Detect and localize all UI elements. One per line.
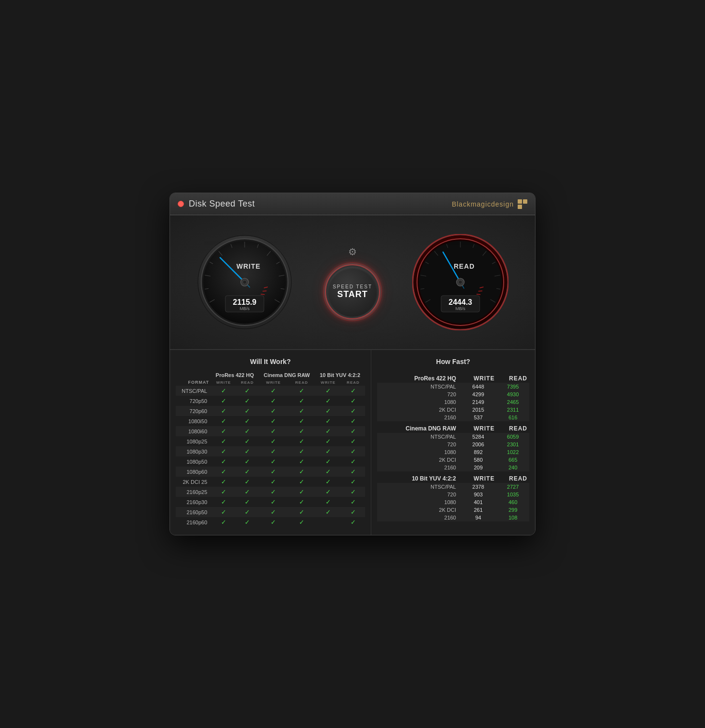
write-value: 2006 xyxy=(460,441,496,448)
check-mark: ✓ xyxy=(351,407,356,415)
check-cell: ✓ xyxy=(341,416,365,426)
gear-icon[interactable]: ⚙ xyxy=(348,246,357,258)
check-mark: ✓ xyxy=(271,387,276,394)
write-value: 6448 xyxy=(460,383,496,390)
write-value: 94 xyxy=(460,514,496,521)
bmd-sq-1 xyxy=(518,199,522,204)
list-item: 2160 209 240 xyxy=(377,464,529,471)
check-mark: ✓ xyxy=(245,438,250,445)
check-mark: ✓ xyxy=(351,397,356,404)
check-cell: ✓ xyxy=(315,426,341,436)
list-item: 1080 401 460 xyxy=(377,498,529,506)
list-item: 2160 537 616 xyxy=(377,414,529,421)
resolution-label: NTSC/PAL xyxy=(377,433,460,441)
app-window: Disk Speed Test Blackmagicdesign xyxy=(170,193,535,535)
check-cell: ✓ xyxy=(211,517,236,527)
check-mark: ✓ xyxy=(245,417,250,425)
read-value: 2301 xyxy=(496,441,529,448)
group-name: ProRes 422 HQ xyxy=(377,371,460,383)
format-cell: 720p60 xyxy=(176,406,211,416)
cdng-write-header: WRITE xyxy=(259,379,288,386)
check-cell: ✓ xyxy=(341,477,365,487)
start-button[interactable]: SPEED TEST START xyxy=(326,265,379,318)
check-mark: ✓ xyxy=(271,458,276,465)
read-value: 1022 xyxy=(496,448,529,456)
svg-text:WRITE: WRITE xyxy=(236,262,261,270)
table-row: 1080i50✓✓✓✓✓✓ xyxy=(176,416,365,426)
check-cell: ✓ xyxy=(211,396,236,406)
check-mark: ✓ xyxy=(271,407,276,415)
read-col-header: READ xyxy=(496,471,529,483)
check-cell: ✓ xyxy=(315,406,341,416)
read-col-header: READ xyxy=(496,421,529,433)
check-mark: ✓ xyxy=(326,428,331,435)
check-mark: ✓ xyxy=(299,468,304,475)
check-mark: ✓ xyxy=(245,428,250,435)
check-cell: ✓ xyxy=(341,507,365,517)
write-value: 4299 xyxy=(460,390,496,398)
check-cell: ✓ xyxy=(211,386,236,396)
check-cell: ✓ xyxy=(211,487,236,497)
check-cell: ✓ xyxy=(236,446,259,456)
check-cell: ✓ xyxy=(211,477,236,487)
check-cell: ✓ xyxy=(211,456,236,467)
read-gauge-container: READ 2444.3 MB/s xyxy=(412,234,509,330)
check-cell: ✓ xyxy=(288,416,315,426)
check-cell: ✓ xyxy=(288,477,315,487)
check-cell xyxy=(315,517,341,527)
list-item: 2K DCI 2015 2311 xyxy=(377,406,529,414)
write-col-header: WRITE xyxy=(460,421,496,433)
prores-header: ProRes 422 HQ xyxy=(211,371,259,379)
check-cell: ✓ xyxy=(288,396,315,406)
check-mark: ✓ xyxy=(326,448,331,455)
check-cell: ✓ xyxy=(341,517,365,527)
check-mark: ✓ xyxy=(245,448,250,455)
check-mark: ✓ xyxy=(299,458,304,465)
check-cell: ✓ xyxy=(236,487,259,497)
check-mark: ✓ xyxy=(271,478,276,485)
check-mark: ✓ xyxy=(326,458,331,465)
check-cell: ✓ xyxy=(236,497,259,507)
check-mark: ✓ xyxy=(245,407,250,415)
write-gauge-container: WRITE 2115.9 MB/s xyxy=(196,234,293,330)
read-value: 4930 xyxy=(496,390,529,398)
list-item: NTSC/PAL 5284 6059 xyxy=(377,433,529,441)
table-row: 720p50✓✓✓✓✓✓ xyxy=(176,396,365,406)
check-mark: ✓ xyxy=(326,407,331,415)
check-cell: ✓ xyxy=(259,396,288,406)
check-mark: ✓ xyxy=(245,488,250,495)
check-cell: ✓ xyxy=(236,477,259,487)
check-mark: ✓ xyxy=(351,438,356,445)
write-col-header: WRITE xyxy=(460,371,496,383)
format-cell: 1080p30 xyxy=(176,446,211,456)
check-mark: ✓ xyxy=(326,498,331,506)
check-mark: ✓ xyxy=(221,498,226,506)
check-cell: ✓ xyxy=(211,436,236,446)
format-cell: 1080p50 xyxy=(176,456,211,467)
group-header-row: 10 Bit YUV 4:2:2 WRITE READ xyxy=(377,471,529,483)
group-header-row: ProRes 422 HQ WRITE READ xyxy=(377,371,529,383)
svg-text:MB/s: MB/s xyxy=(239,306,249,311)
read-value: 299 xyxy=(496,506,529,514)
format-cell: NTSC/PAL xyxy=(176,386,211,396)
check-mark: ✓ xyxy=(326,438,331,445)
check-mark: ✓ xyxy=(351,498,356,506)
center-controls: ⚙ SPEED TEST START xyxy=(326,246,379,318)
table-row: 2160p30✓✓✓✓✓✓ xyxy=(176,497,365,507)
will-it-work-panel: Will It Work? ProRes 422 HQ Cinema DNG R… xyxy=(170,350,371,535)
check-mark: ✓ xyxy=(221,407,226,415)
check-cell: ✓ xyxy=(236,436,259,446)
check-cell: ✓ xyxy=(259,456,288,467)
write-value: 892 xyxy=(460,448,496,456)
close-button[interactable] xyxy=(178,201,184,207)
check-mark: ✓ xyxy=(351,519,356,526)
list-item: 2K DCI 261 299 xyxy=(377,506,529,514)
check-mark: ✓ xyxy=(245,508,250,516)
check-mark: ✓ xyxy=(351,448,356,455)
gauges-section: WRITE 2115.9 MB/s ⚙ xyxy=(170,215,535,350)
write-col-header: WRITE xyxy=(460,471,496,483)
read-value: 665 xyxy=(496,456,529,464)
check-mark: ✓ xyxy=(299,498,304,506)
check-cell: ✓ xyxy=(341,497,365,507)
format-cell: 2160p30 xyxy=(176,497,211,507)
